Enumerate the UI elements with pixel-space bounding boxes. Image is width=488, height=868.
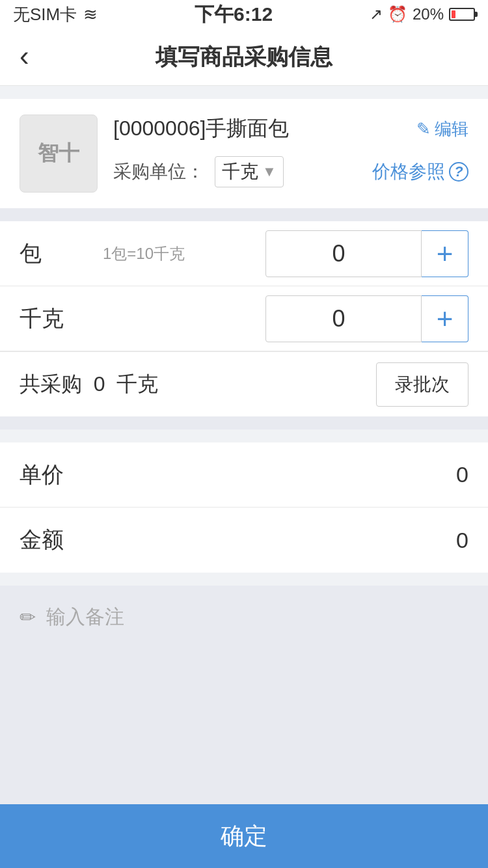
amount-value: 0 [456, 528, 468, 553]
location-icon: ↗ [370, 5, 383, 23]
unit-select-text: 千克 [222, 159, 258, 184]
kg-plus-button[interactable]: + [422, 295, 468, 342]
status-right: ↗ ⏰ 20% [370, 5, 475, 23]
chevron-down-icon: ▼ [262, 163, 277, 180]
status-left: 无SIM卡 ≋ [13, 3, 98, 26]
batch-button[interactable]: 录批次 [376, 362, 468, 407]
notes-section[interactable]: ✏ 输入备注 [0, 586, 488, 649]
bao-row: 包 1包=10千克 + [0, 221, 488, 286]
unit-price-label: 单价 [20, 460, 64, 490]
wifi-icon: ≋ [83, 5, 98, 25]
bao-input-wrapper: + [265, 230, 468, 277]
total-label: 共采购 0 千克 [20, 370, 158, 399]
purchase-unit-row: 采购单位： 千克 ▼ 价格参照 ? [113, 156, 468, 187]
edit-button[interactable]: ✎ 编辑 [416, 118, 468, 141]
amount-label: 金额 [20, 525, 64, 555]
price-ref-button[interactable]: 价格参照 ? [372, 159, 468, 184]
notes-placeholder: 输入备注 [46, 604, 124, 631]
product-logo: 智十 [38, 139, 79, 168]
unit-label: 采购单位： [113, 159, 204, 184]
product-name-row: [0000006]手撕面包 ✎ 编辑 [113, 115, 468, 143]
battery-icon [449, 8, 475, 21]
kg-label: 千克 [20, 304, 98, 334]
product-info: [0000006]手撕面包 ✎ 编辑 采购单位： 千克 ▼ 价格参照 ? [113, 115, 468, 187]
product-image: 智十 [20, 115, 98, 193]
page-title: 填写商品采购信息 [156, 42, 332, 72]
nav-bar: ‹ 填写商品采购信息 [0, 29, 488, 86]
status-time: 下午6:12 [195, 1, 273, 28]
product-card: 智十 [0000006]手撕面包 ✎ 编辑 采购单位： 千克 ▼ 价格参照 [0, 99, 488, 208]
kg-input-wrapper: + [265, 295, 468, 342]
bao-sub-label: 1包=10千克 [103, 243, 185, 264]
price-section: 单价 0 金额 0 [0, 442, 488, 573]
back-button[interactable]: ‹ [20, 42, 29, 70]
bao-label: 包 [20, 239, 98, 269]
sim-text: 无SIM卡 [13, 3, 77, 26]
battery-percent: 20% [413, 5, 444, 23]
bao-plus-button[interactable]: + [422, 230, 468, 277]
input-section: 包 1包=10千克 + 千克 + 共采购 0 千克 录批次 [0, 221, 488, 416]
product-name: [0000006]手撕面包 [113, 115, 289, 143]
status-bar: 无SIM卡 ≋ 下午6:12 ↗ ⏰ 20% [0, 0, 488, 29]
section-divider-2 [0, 416, 488, 429]
kg-input[interactable] [265, 295, 422, 342]
info-icon: ? [449, 162, 468, 182]
amount-row: 金额 0 [0, 508, 488, 573]
kg-row: 千克 + [0, 286, 488, 351]
bao-input[interactable] [265, 230, 422, 277]
total-row: 共采购 0 千克 录批次 [0, 351, 488, 416]
unit-price-value: 0 [456, 462, 468, 487]
confirm-button[interactable]: 确定 [0, 804, 488, 868]
alarm-icon: ⏰ [388, 5, 407, 23]
section-divider [0, 208, 488, 221]
pencil-icon: ✏ [20, 606, 36, 629]
unit-price-row: 单价 0 [0, 442, 488, 508]
unit-select[interactable]: 千克 ▼ [215, 156, 284, 187]
edit-icon: ✎ [416, 119, 431, 139]
